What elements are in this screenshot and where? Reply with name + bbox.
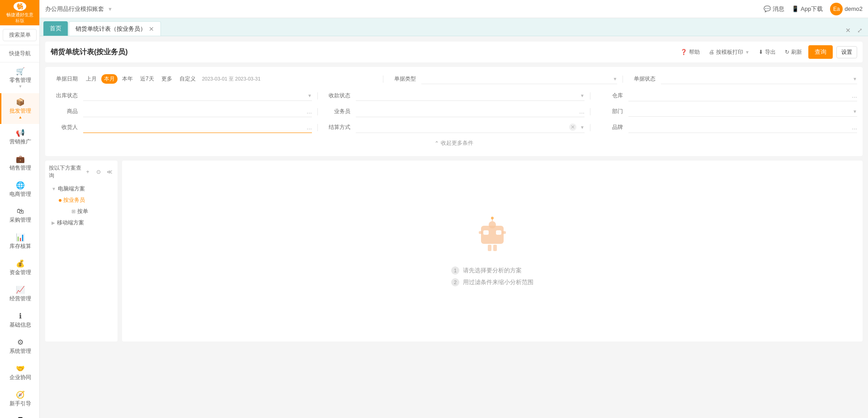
svg-rect-2 xyxy=(496,230,501,235)
svg-rect-6 xyxy=(493,245,497,251)
operations-icon: 📈 xyxy=(16,285,25,294)
payment-method-clear[interactable]: ✕ xyxy=(569,124,576,131)
date-tab-7days[interactable]: 近7天 xyxy=(137,74,157,84)
warehouse-input[interactable] xyxy=(628,92,848,99)
left-panel-header: 按以下方案查询 + ⊙ ≪ xyxy=(49,164,114,180)
sidebar-item-operations[interactable]: 📈 经营管理 xyxy=(0,281,39,307)
doc-status-arrow[interactable]: ▼ xyxy=(853,76,857,81)
table-icon: ⊞ xyxy=(71,209,75,214)
date-tab-custom[interactable]: 自定义 xyxy=(177,74,198,84)
date-label: 单据日期 xyxy=(51,75,78,83)
sidebar-item-newbie[interactable]: 🧭 新手引导 xyxy=(0,386,39,412)
sidebar-item-enterprise[interactable]: 🤝 企业协同 xyxy=(0,360,39,386)
date-tab-this-year[interactable]: 本年 xyxy=(119,74,136,84)
product-dots[interactable]: ... xyxy=(307,108,312,115)
app-download-button[interactable]: 📱 App下载 xyxy=(792,5,823,13)
sidebar-item-label: 库存核算 xyxy=(9,242,31,250)
tree-mobile-group[interactable]: ▶ 移动端方案 xyxy=(49,217,114,228)
sidebar-item-label: 资金管理 xyxy=(9,269,31,276)
tree-desktop-group[interactable]: ▼ 电脑端方案 xyxy=(49,183,114,195)
purchase-icon: 🛍 xyxy=(17,207,24,215)
left-panel: 按以下方案查询 + ⊙ ≪ ▼ 电脑端方案 xyxy=(45,161,118,342)
filter-row-1: 单据日期 上月 本月 本年 近7天 更多 自定义 2023-03-01 至 20… xyxy=(51,72,857,86)
sidebar-item-retail[interactable]: 🛒 零售管理 ▼ xyxy=(0,62,39,93)
out-status-arrow[interactable]: ▼ xyxy=(307,93,312,98)
add-scheme-button[interactable]: + xyxy=(83,167,92,176)
brand-input[interactable] xyxy=(628,124,848,130)
sidebar-item-system[interactable]: ⚙ 系统管理 xyxy=(0,333,39,360)
sidebar-item-apps[interactable]: 📱 应用中心 xyxy=(0,412,39,418)
department-input[interactable] xyxy=(628,108,851,114)
sidebar-item-label: 经营管理 xyxy=(9,295,31,303)
tree-arrow-mobile: ▶ xyxy=(52,220,55,225)
salesman-dots[interactable]: ... xyxy=(579,108,585,115)
filter-row-2: 出库状态 ▼ 收款状态 ▼ 仓库 ... xyxy=(51,90,857,101)
system-icon: ⚙ xyxy=(17,338,24,347)
selector-arrow[interactable]: ▼ xyxy=(108,6,113,12)
sidebar-item-wholesale[interactable]: 📦 批发管理 ▲ xyxy=(0,93,39,124)
user-menu-button[interactable]: Ea demo2 xyxy=(830,3,863,15)
doc-status-input[interactable] xyxy=(661,76,851,82)
tab-home-label: 首页 xyxy=(50,24,61,33)
doc-type-input[interactable] xyxy=(421,76,611,82)
divider-3 xyxy=(317,92,318,100)
tab-close-window-button[interactable]: ✕ xyxy=(844,25,853,36)
salesman-input[interactable] xyxy=(356,108,576,114)
sidebar-item-sales[interactable]: 💼 销售管理 xyxy=(0,150,39,176)
tab-sales-stat[interactable]: 销货单统计表（按业务员） ✕ xyxy=(69,21,161,36)
sidebar-item-inventory[interactable]: 📊 库存核算 xyxy=(0,228,39,255)
collapse-panel-button[interactable]: ≪ xyxy=(105,167,114,176)
warehouse-dots[interactable]: ... xyxy=(852,92,857,99)
settings-button[interactable]: 设置 xyxy=(836,46,857,58)
sidebar-item-purchase[interactable]: 🛍 采购管理 xyxy=(0,203,39,228)
sidebar-item-marketing[interactable]: 📢 营销推广 xyxy=(0,124,39,150)
tab-close-button[interactable]: ✕ xyxy=(149,26,154,32)
date-tab-last-month[interactable]: 上月 xyxy=(83,74,99,84)
receiver-input[interactable] xyxy=(83,124,303,130)
export-label: 导出 xyxy=(765,48,776,56)
print-button[interactable]: 🖨 按模板打印 ▼ xyxy=(706,47,752,58)
department-arrow[interactable]: ▼ xyxy=(853,109,857,114)
date-tab-more[interactable]: 更多 xyxy=(159,74,175,84)
tab-maximize-button[interactable]: ⤢ xyxy=(855,25,864,36)
tree-item-label: 按业务员 xyxy=(63,196,85,204)
query-button[interactable]: 查询 xyxy=(808,45,833,59)
messages-button[interactable]: 💬 消息 xyxy=(764,5,784,13)
tree-sub-child: ⊞ 按单 xyxy=(56,206,114,217)
date-tab-this-month[interactable]: 本月 xyxy=(101,74,118,84)
sidebar-item-finance[interactable]: 💰 资金管理 xyxy=(0,255,39,281)
brand-dots[interactable]: ... xyxy=(852,124,857,131)
edit-scheme-button[interactable]: ⊙ xyxy=(94,167,103,176)
sidebar-item-ecommerce[interactable]: 🌐 电商管理 xyxy=(0,176,39,203)
payment-method-arrow[interactable]: ▼ xyxy=(580,125,585,130)
page-header: 销货单统计表(按业务员) ❓ 帮助 🖨 按模板打印 ▼ ⬇ 导出 ↻ 刷新 xyxy=(45,42,863,62)
sidebar-item-basic[interactable]: ℹ 基础信息 xyxy=(0,307,39,333)
salesman-field: ... xyxy=(356,106,585,117)
tree-item-by-doc[interactable]: ⊞ 按单 xyxy=(69,206,114,217)
help-button[interactable]: ❓ 帮助 xyxy=(678,47,703,58)
out-status-input[interactable] xyxy=(83,92,306,99)
receiver-dots[interactable]: ... xyxy=(307,124,312,131)
product-input[interactable] xyxy=(83,108,303,114)
warehouse-field: ... xyxy=(628,90,857,101)
quick-nav-button[interactable]: 快捷导航 xyxy=(0,47,39,60)
user-name: demo2 xyxy=(844,5,863,12)
collapse-button[interactable]: ⌃ 收起更多条件 xyxy=(51,138,857,149)
divider-4 xyxy=(590,92,590,100)
collapse-label: 收起更多条件 xyxy=(441,139,473,147)
doc-type-arrow[interactable]: ▼ xyxy=(613,76,617,81)
logo-text: 畅捷通好生意 xyxy=(6,12,33,18)
divider-1 xyxy=(383,76,383,83)
refresh-button[interactable]: ↻ 刷新 xyxy=(782,47,805,58)
payment-method-label: 结算方式 xyxy=(323,124,350,131)
salesman-label: 业务员 xyxy=(323,108,350,115)
payment-method-input[interactable] xyxy=(356,124,567,130)
expand-arrow-wholesale: ▲ xyxy=(19,115,23,119)
tab-home[interactable]: 首页 xyxy=(43,21,68,36)
receipt-status-arrow[interactable]: ▼ xyxy=(580,93,585,98)
tree-item-by-salesman[interactable]: 按业务员 xyxy=(56,195,114,206)
retail-icon: 🛒 xyxy=(16,67,25,76)
receipt-status-input[interactable] xyxy=(356,92,578,99)
search-menu-button[interactable]: 搜索菜单 xyxy=(3,29,37,41)
export-button[interactable]: ⬇ 导出 xyxy=(756,47,778,58)
